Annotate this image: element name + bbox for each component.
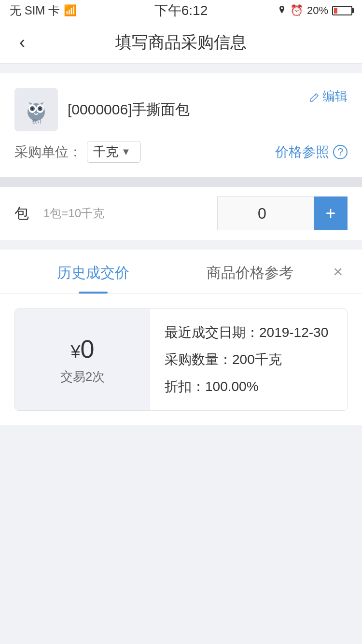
- card-content: ¥0 交易2次 最近成交日期：2019-12-30 采购数量：200千克 折扣：…: [0, 294, 362, 425]
- discount-row: 折扣：100.00%: [165, 378, 333, 396]
- tab-close-button[interactable]: ×: [328, 257, 348, 286]
- dropdown-arrow-icon: ▼: [121, 146, 131, 157]
- yen-sign: ¥: [71, 342, 81, 362]
- unit-select[interactable]: 千克 ▼: [87, 141, 141, 163]
- history-count: 交易2次: [60, 368, 105, 385]
- product-logo: 数计: [22, 95, 51, 124]
- status-bar: 无 SIM 卡 📶 下午6:12 ⏰ 20%: [0, 0, 362, 21]
- battery-percent: 20%: [307, 4, 328, 17]
- tabs-section: 历史成交价 商品价格参考 × ¥0 交易2次 最近成交日期：2019-12-30…: [0, 250, 362, 425]
- edit-icon: [309, 91, 320, 102]
- wifi-icon: 📶: [64, 4, 77, 17]
- edit-button[interactable]: 编辑: [309, 88, 348, 105]
- history-left: ¥0 交易2次: [15, 309, 150, 410]
- product-thumbnail: 数计: [14, 88, 58, 131]
- carrier-text: 无 SIM 卡: [10, 3, 60, 18]
- purchase-qty-row: 采购数量：200千克: [165, 350, 333, 369]
- product-card: 数计 [0000006]手撕面包 编辑 采购单位： 千克 ▼ 价格参照 ?: [0, 73, 362, 177]
- price-ref-button[interactable]: 价格参照 ?: [275, 143, 348, 161]
- price-value: 0: [81, 335, 95, 363]
- history-right: 最近成交日期：2019-12-30 采购数量：200千克 折扣：100.00%: [150, 309, 347, 410]
- quantity-row: 包 1包=10千克 +: [0, 187, 362, 240]
- quantity-input-wrap: +: [114, 196, 348, 230]
- quantity-input[interactable]: [217, 196, 314, 230]
- product-left: 数计 [0000006]手撕面包: [14, 88, 190, 131]
- section-divider: [0, 177, 362, 187]
- history-card: ¥0 交易2次 最近成交日期：2019-12-30 采购数量：200千克 折扣：…: [14, 308, 348, 411]
- unit-label: 采购单位： 千克 ▼: [14, 141, 141, 163]
- history-price: ¥0: [71, 335, 95, 364]
- back-button[interactable]: ‹: [14, 28, 30, 57]
- page-title: 填写商品采购信息: [115, 31, 247, 54]
- svg-point-7: [39, 108, 41, 110]
- svg-point-6: [31, 108, 33, 110]
- status-time: 下午6:12: [154, 1, 208, 20]
- unit-desc: 1包=10千克: [43, 206, 104, 221]
- product-row2: 采购单位： 千克 ▼ 价格参照 ?: [14, 141, 348, 163]
- tab-history-price[interactable]: 历史成交价: [14, 250, 171, 294]
- recent-date-row: 最近成交日期：2019-12-30: [165, 323, 333, 342]
- location-icon: [278, 4, 286, 17]
- battery-icon: [332, 6, 352, 15]
- quantity-plus-button[interactable]: +: [314, 196, 348, 230]
- unit-tag: 包: [14, 204, 34, 224]
- product-header: 数计 [0000006]手撕面包 编辑: [14, 88, 348, 131]
- svg-point-0: [281, 7, 283, 9]
- product-name: [0000006]手撕面包: [68, 100, 190, 120]
- alarm-icon: ⏰: [290, 4, 303, 17]
- svg-text:数计: 数计: [32, 119, 42, 124]
- status-left: 无 SIM 卡 📶: [10, 3, 77, 18]
- tab-price-reference[interactable]: 商品价格参考: [171, 250, 328, 294]
- help-icon: ?: [333, 145, 348, 159]
- nav-bar: ‹ 填写商品采购信息: [0, 21, 362, 64]
- status-right: ⏰ 20%: [278, 4, 352, 17]
- tabs-header: 历史成交价 商品价格参考 ×: [0, 250, 362, 294]
